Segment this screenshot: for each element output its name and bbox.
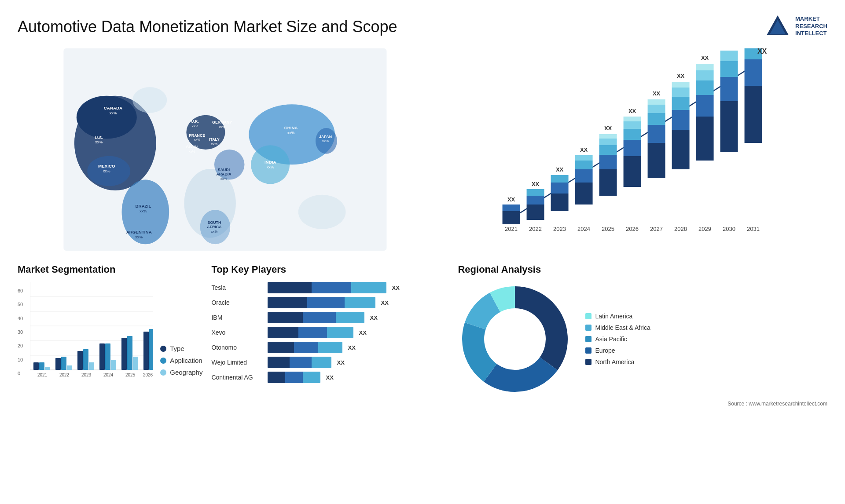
page-header: Automotive Data Monetization Market Size… [18, 13, 827, 40]
svg-text:ARABIA: ARABIA [216, 172, 231, 176]
svg-text:XX: XX [507, 196, 515, 203]
svg-text:2030: 2030 [723, 226, 735, 232]
svg-text:ITALY: ITALY [209, 137, 220, 142]
map-svg: CANADA xx% U.S. xx% MEXICO xx% BRAZIL xx… [18, 48, 433, 251]
player-bar-otonomo [268, 342, 342, 353]
svg-text:xx%: xx% [322, 139, 329, 143]
player-bar-ibm [268, 312, 364, 323]
bar-chart-svg: XX 2021 XX 2022 XX 2023 XX 2024 [441, 48, 819, 237]
svg-text:2026: 2026 [143, 373, 153, 377]
svg-text:CHINA: CHINA [284, 125, 298, 130]
svg-rect-138 [121, 338, 127, 370]
svg-text:U.K.: U.K. [191, 119, 199, 124]
svg-text:2027: 2027 [650, 226, 663, 232]
svg-rect-64 [575, 169, 592, 183]
svg-text:2024: 2024 [103, 373, 114, 377]
svg-text:2028: 2028 [674, 226, 687, 232]
segmentation-chart: 2021 2022 2023 2024 [30, 282, 153, 385]
svg-text:FRANCE: FRANCE [189, 133, 205, 138]
player-row-xevo: Xevo XX [211, 327, 449, 338]
bottom-section: Market Segmentation 0 10 20 30 40 50 60 [18, 264, 827, 407]
svg-rect-73 [599, 134, 617, 139]
geography-legend-label: Geography [170, 369, 202, 376]
svg-rect-55 [526, 189, 544, 196]
north-america-label: North America [595, 358, 634, 365]
svg-rect-63 [575, 183, 592, 205]
svg-text:XX: XX [556, 166, 564, 173]
svg-text:2021: 2021 [505, 226, 518, 232]
svg-text:2023: 2023 [553, 226, 566, 232]
player-name-oracle: Oracle [211, 299, 264, 306]
logo-icon [764, 13, 791, 40]
svg-rect-139 [127, 336, 132, 370]
svg-text:2024: 2024 [577, 226, 590, 232]
svg-rect-79 [623, 121, 641, 129]
svg-rect-126 [55, 358, 61, 370]
svg-rect-84 [647, 125, 665, 143]
player-bar-continental [268, 372, 320, 383]
europe-label: Europe [595, 347, 615, 354]
svg-rect-76 [623, 156, 641, 187]
latin-america-label: Latin America [595, 313, 632, 320]
application-legend-label: Application [170, 357, 202, 364]
svg-rect-136 [111, 360, 116, 370]
svg-rect-131 [83, 349, 88, 370]
donut-section: Latin America Middle East & Africa Asia … [458, 282, 827, 396]
svg-text:xx%: xx% [135, 235, 143, 239]
segmentation-legend: Type Application Geography [160, 345, 202, 376]
svg-rect-77 [623, 140, 641, 156]
svg-point-14 [298, 195, 346, 229]
svg-text:GERMANY: GERMANY [212, 120, 232, 124]
svg-rect-123 [39, 362, 44, 370]
svg-rect-111 [744, 59, 762, 86]
svg-rect-130 [77, 351, 83, 370]
svg-rect-143 [149, 329, 153, 370]
svg-rect-78 [623, 129, 641, 140]
svg-rect-87 [647, 99, 665, 105]
middle-east-africa-label: Middle East & Africa [595, 324, 650, 331]
asia-pacific-dot [585, 336, 592, 342]
player-name-tesla: Tesla [211, 284, 264, 291]
key-players-title: Top Key Players [211, 264, 449, 275]
world-map: CANADA xx% U.S. xx% MEXICO xx% BRAZIL xx… [18, 48, 433, 251]
player-bar-xevo [268, 327, 353, 338]
svg-rect-59 [551, 183, 568, 194]
svg-rect-80 [623, 117, 641, 121]
player-bar-wejo [268, 357, 331, 368]
svg-rect-110 [744, 86, 762, 143]
svg-rect-69 [599, 169, 617, 196]
legend-latin-america: Latin America [585, 313, 650, 320]
player-name-xevo: Xevo [211, 329, 264, 336]
svg-text:XX: XX [580, 146, 588, 153]
svg-rect-99 [696, 80, 713, 95]
svg-text:xx%: xx% [192, 124, 198, 128]
svg-rect-106 [720, 61, 738, 77]
svg-rect-66 [575, 155, 592, 161]
seg-chart-svg: 2021 2022 2023 2024 [30, 282, 153, 383]
svg-rect-101 [696, 64, 713, 70]
player-row-continental: Continental AG XX [211, 372, 449, 383]
svg-point-4 [77, 96, 137, 139]
donut-chart-svg [458, 282, 572, 396]
svg-text:2025: 2025 [602, 226, 614, 232]
type-legend-dot [160, 346, 166, 352]
svg-rect-50 [502, 205, 520, 211]
svg-text:2023: 2023 [81, 373, 92, 377]
svg-text:BRAZIL: BRAZIL [136, 204, 151, 208]
svg-text:XX: XX [628, 108, 636, 114]
logo-text: MARKET RESEARCH INTELLECT [795, 15, 827, 38]
svg-text:xx%: xx% [189, 150, 195, 153]
svg-text:xx%: xx% [219, 125, 225, 129]
svg-point-15 [132, 87, 167, 113]
legend-asia-pacific: Asia Pacific [585, 336, 650, 343]
svg-rect-70 [599, 155, 617, 169]
svg-rect-60 [551, 175, 568, 183]
svg-rect-140 [133, 357, 138, 370]
svg-rect-105 [720, 77, 738, 101]
svg-text:SOUTH: SOUTH [208, 220, 221, 225]
svg-text:2026: 2026 [626, 226, 639, 232]
svg-text:SAUDI: SAUDI [218, 168, 230, 172]
growth-bar-chart: XX 2021 XX 2022 XX 2023 XX 2024 [441, 48, 827, 251]
svg-rect-132 [89, 362, 94, 370]
svg-rect-107 [720, 51, 738, 61]
